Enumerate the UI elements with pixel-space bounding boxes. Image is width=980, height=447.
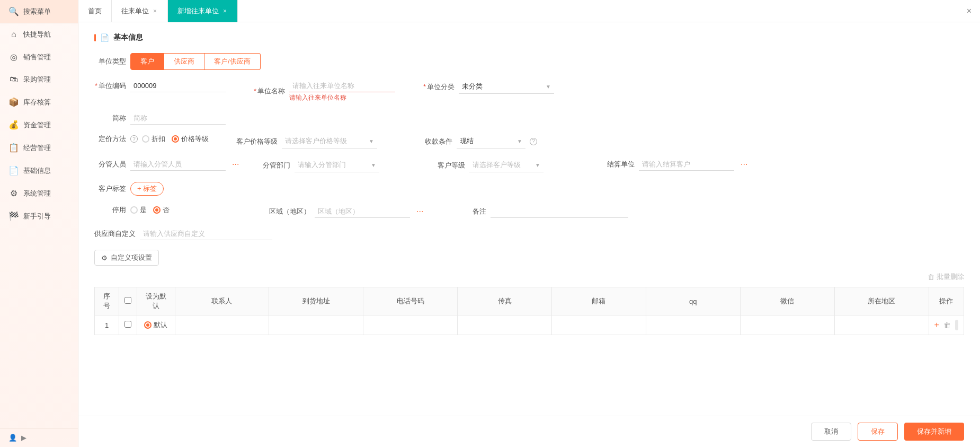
payment-terms-value: 现结 [460,136,515,146]
fax-input[interactable] [467,321,542,329]
phone-input[interactable] [373,321,448,329]
cancel-button[interactable]: 取消 [811,423,851,441]
email-input[interactable] [562,321,636,329]
unit-category-group: *单位分类 未分类 ▼ [423,80,571,94]
area-more-btn[interactable]: ··· [414,207,425,216]
settlement-input[interactable] [639,158,734,171]
section-icon: 📄 [100,33,109,42]
unit-category-dropdown[interactable]: 未分类 ▼ [459,80,554,94]
unit-category-value: 未分类 [462,82,544,91]
th-email: 邮箱 [551,287,646,315]
select-all-checkbox[interactable] [124,297,131,304]
del-row-button[interactable]: 🗑 [943,321,951,329]
disabled-yes[interactable]: 是 [130,205,147,215]
row-contact [175,315,269,335]
unit-name-error: 请输入往来单位名称 [289,93,395,102]
sidebar-item-search[interactable]: 🔍 搜索菜单 [0,0,78,23]
region-input[interactable] [844,321,919,329]
wechat-input[interactable] [750,321,825,329]
save-new-button[interactable]: 保存并新增 [904,423,964,441]
sales-icon: ◎ [8,52,19,62]
payment-terms-group: 收款条件 现结 ▼ ? [421,134,569,148]
tab-partners-close[interactable]: × [152,6,158,16]
pricing-discount[interactable]: 折扣 [142,134,165,144]
home-icon: ⌂ [8,30,19,39]
customer-level-dropdown[interactable]: 请选择客户等级 ▼ [469,158,544,172]
drag-handle[interactable] [955,320,958,330]
abbr-input[interactable] [130,112,226,125]
payment-terms-help-icon[interactable]: ? [530,138,537,145]
finance-icon: 💰 [8,120,19,130]
customer-price-level-label: 客户价格等级 [235,137,278,146]
supplier-custom-row: 供应商自定义 [94,227,964,240]
settlement-more-btn[interactable]: ··· [738,160,750,169]
disabled-label: 停用 [94,205,126,215]
dept-label: 分管部门 [259,161,290,170]
purchase-icon: 🛍 [8,75,19,84]
tabbar: 首页 往来单位 × 新增往来单位 × × [78,0,980,22]
batch-delete-button[interactable]: 🗑 批量删除 [928,272,964,282]
sidebar-item-sales[interactable]: ◎ 销售管理 [0,46,78,68]
unit-code-label: *单位编码 [94,81,126,91]
row-default-radio-wrap[interactable]: 默认 [142,320,169,330]
contact-input[interactable] [184,321,259,329]
sidebar-item-quick-nav[interactable]: ⌂ 快捷导航 [0,23,78,46]
tag-add-button[interactable]: + 标签 [130,182,164,196]
disabled-no[interactable]: 否 [153,205,170,215]
tab-home[interactable]: 首页 [78,0,112,22]
qq-input[interactable] [656,321,730,329]
address-input[interactable] [279,321,353,329]
payment-terms-arrow: ▼ [517,138,522,144]
batch-delete-area: 🗑 批量删除 [94,272,964,282]
pricing-help-icon[interactable]: ? [130,135,138,143]
manager-more-btn[interactable]: ··· [230,160,241,169]
tab-partners[interactable]: 往来单位 × [112,0,168,22]
sidebar-item-inventory[interactable]: 📦 库存核算 [0,91,78,113]
unit-code-group: *单位编码 [94,80,243,92]
manager-input[interactable] [130,158,226,171]
dept-dropdown[interactable]: 请输入分管部门 ▼ [295,158,379,172]
save-button[interactable]: 保存 [858,423,898,441]
row-email [551,315,646,335]
row-fax [458,315,552,335]
pricing-price-level[interactable]: 价格等级 [172,134,209,144]
sidebar-item-system[interactable]: ⚙ 系统管理 [0,182,78,205]
tab-new-partner[interactable]: 新增往来单位 × [168,0,238,22]
disabled-group: 停用 是 否 [94,205,243,215]
sidebar-bottom: 👤 ▶ [0,428,78,447]
row-checkbox[interactable] [124,321,131,328]
add-row-button[interactable]: + [934,320,939,330]
area-input[interactable] [315,205,410,218]
supplier-custom-input[interactable] [140,227,272,240]
tab-new-partner-close[interactable]: × [222,6,228,16]
remarks-input[interactable] [491,205,628,218]
unit-btn-both[interactable]: 客户/供应商 [204,53,261,70]
customer-price-level-dropdown[interactable]: 请选择客户价格等级 ▼ [282,134,377,148]
area-group: 区域（地区） ··· [269,205,428,218]
unit-name-input[interactable] [289,80,395,92]
sidebar-item-finance[interactable]: 💰 资金管理 [0,113,78,136]
sidebar-item-basic[interactable]: 📄 基础信息 [0,159,78,182]
unit-btn-customer[interactable]: 客户 [130,53,164,70]
unit-type-label: 单位类型 [94,57,126,66]
section-bar [94,34,96,41]
payment-terms-dropdown[interactable]: 现结 ▼ [457,134,525,148]
unit-type-buttons: 客户 供应商 客户/供应商 [130,53,261,70]
dept-group: 分管部门 请输入分管部门 ▼ [259,158,417,172]
sidebar-item-purchase[interactable]: 🛍 采购管理 [0,68,78,91]
custom-settings-row: ⚙ 自定义项设置 [94,250,964,266]
unit-code-input[interactable] [130,80,226,92]
unit-type-group-wrapper: 单位类型 客户 供应商 客户/供应商 [94,53,261,70]
unit-name-wrap: 请输入往来单位名称 [289,80,395,102]
customer-price-level-group: 客户价格等级 请选择客户价格等级 ▼ [235,134,394,148]
pricing-group: 定价方法 ? 折扣 价格等级 [94,134,209,144]
sidebar-item-operations[interactable]: 📋 经营管理 [0,136,78,159]
custom-settings-button[interactable]: ⚙ 自定义项设置 [94,250,159,266]
sidebar-search-label: 搜索菜单 [23,7,51,16]
th-fax: 传真 [458,287,552,315]
sidebar-item-guide[interactable]: 🏁 新手引导 [0,205,78,227]
th-wechat: 微信 [740,287,834,315]
unit-btn-supplier[interactable]: 供应商 [164,53,204,70]
unit-name-group: *单位名称 请输入往来单位名称 [253,80,412,102]
close-all-tabs[interactable]: × [958,6,980,16]
